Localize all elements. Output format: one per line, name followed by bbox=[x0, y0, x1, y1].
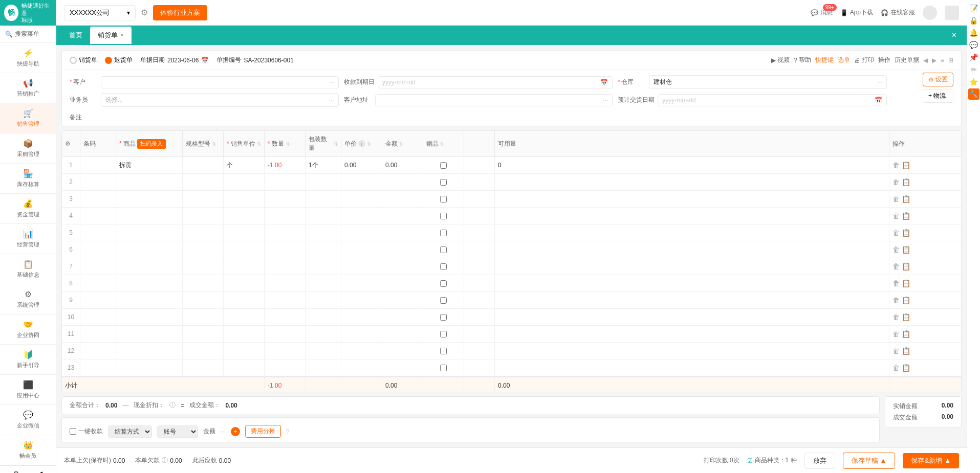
sidebar-item-operations[interactable]: 📊 经营管理 bbox=[0, 224, 56, 254]
row-amount[interactable] bbox=[382, 174, 423, 190]
row-unit-price[interactable] bbox=[341, 208, 382, 224]
sidebar-item-guide[interactable]: 🔰 新手引导 bbox=[0, 345, 56, 375]
row-pack-qty[interactable] bbox=[306, 326, 341, 342]
help-btn[interactable]: ? 帮助 bbox=[794, 56, 811, 64]
delivery-date-input[interactable]: yyyy-mm-dd 📅 bbox=[658, 94, 887, 106]
row-unit[interactable] bbox=[224, 241, 265, 258]
one-click-payment[interactable]: 一键收款 bbox=[70, 427, 103, 436]
rp-chat-icon[interactable]: 💬 bbox=[968, 39, 979, 51]
warehouse-input[interactable]: 建材仓 ··· bbox=[649, 75, 887, 89]
row-product[interactable] bbox=[116, 326, 183, 342]
copy-icon[interactable]: 📋 bbox=[902, 262, 910, 271]
delete-icon[interactable]: 🗑 bbox=[892, 364, 900, 372]
row-qty[interactable] bbox=[265, 326, 306, 342]
tab-home[interactable]: 首页 bbox=[61, 27, 90, 44]
row-barcode[interactable] bbox=[80, 191, 116, 207]
radio-return[interactable]: 退货单 bbox=[105, 56, 133, 64]
row-spec[interactable] bbox=[183, 174, 224, 190]
delete-icon[interactable]: 🗑 bbox=[892, 296, 900, 304]
row-gift[interactable] bbox=[423, 343, 464, 359]
row-unit[interactable] bbox=[224, 292, 265, 308]
copy-icon[interactable]: 📋 bbox=[902, 212, 910, 220]
delete-icon[interactable]: 🗑 bbox=[892, 347, 900, 355]
row-pack-qty[interactable] bbox=[306, 309, 341, 325]
row-gift[interactable] bbox=[423, 275, 464, 291]
row-qty[interactable]: -1.00 bbox=[265, 157, 306, 173]
row-pack-qty[interactable] bbox=[306, 275, 341, 291]
one-click-checkbox[interactable] bbox=[70, 428, 76, 435]
row-unit[interactable] bbox=[224, 208, 265, 224]
sidebar-item-purchase[interactable]: 📦 采购管理 bbox=[0, 133, 56, 164]
row-remark[interactable] bbox=[464, 309, 495, 325]
row-remark[interactable] bbox=[464, 224, 495, 241]
row-gift[interactable] bbox=[423, 241, 464, 258]
sidebar-item-system[interactable]: ⚙ 系统管理 bbox=[0, 284, 56, 314]
row-pack-qty[interactable] bbox=[306, 191, 341, 207]
row-amount[interactable] bbox=[382, 275, 423, 291]
row-unit-price[interactable] bbox=[341, 258, 382, 275]
row-unit[interactable] bbox=[224, 174, 265, 190]
row-product[interactable] bbox=[116, 292, 183, 308]
row-product[interactable] bbox=[116, 208, 183, 224]
sidebar-item-sales[interactable]: 🛒 销售管理 bbox=[0, 103, 56, 133]
app-download-button[interactable]: 📱 App下载 bbox=[840, 8, 873, 17]
row-pack-qty[interactable] bbox=[306, 208, 341, 224]
row-amount[interactable] bbox=[382, 326, 423, 342]
scan-button[interactable]: 扫码录入 bbox=[137, 139, 166, 149]
row-spec[interactable] bbox=[183, 157, 224, 173]
row-barcode[interactable] bbox=[80, 326, 116, 342]
row-amount[interactable]: 0.00 bbox=[382, 157, 423, 173]
row-amount[interactable] bbox=[382, 258, 423, 275]
row-unit[interactable] bbox=[224, 343, 265, 359]
rp-tool-icon[interactable]: 🔧 bbox=[968, 88, 979, 100]
company-selector[interactable]: XXXXXX公司 ▾ bbox=[64, 5, 136, 20]
row-gift[interactable] bbox=[423, 258, 464, 275]
row-spec[interactable] bbox=[183, 292, 224, 308]
rp-edit-icon[interactable]: ✏ bbox=[968, 64, 979, 75]
row-barcode[interactable] bbox=[80, 157, 116, 173]
owe-info-icon[interactable]: ⓘ bbox=[162, 456, 168, 465]
row-pack-qty[interactable] bbox=[306, 292, 341, 308]
row-gift[interactable] bbox=[423, 309, 464, 325]
row-barcode[interactable] bbox=[80, 343, 116, 359]
row-unit[interactable] bbox=[224, 326, 265, 342]
row-unit-price[interactable] bbox=[341, 309, 382, 325]
row-qty[interactable] bbox=[265, 292, 306, 308]
delete-icon[interactable]: 🗑 bbox=[892, 313, 900, 321]
nav-prev-icon[interactable]: ◀ bbox=[923, 57, 928, 64]
row-product[interactable] bbox=[116, 275, 183, 291]
message-button[interactable]: 💬 消息 99+ bbox=[811, 8, 833, 17]
row-amount[interactable] bbox=[382, 343, 423, 359]
row-spec[interactable] bbox=[183, 343, 224, 359]
history-btn[interactable]: 历史单据 bbox=[895, 56, 919, 64]
sidebar-settings-icon[interactable]: ⚙ bbox=[13, 470, 19, 473]
row-barcode[interactable] bbox=[80, 309, 116, 325]
row-qty[interactable] bbox=[265, 359, 306, 376]
online-support-button[interactable]: 🎧 在线客服 bbox=[881, 8, 915, 17]
row-qty[interactable] bbox=[265, 208, 306, 224]
copy-icon[interactable]: 📋 bbox=[902, 195, 910, 203]
select-btn[interactable]: 选单 bbox=[838, 56, 850, 64]
row-product[interactable] bbox=[116, 224, 183, 241]
tab-close-icon[interactable]: × bbox=[120, 32, 124, 39]
row-product[interactable] bbox=[116, 359, 183, 376]
customer-addr-input[interactable]: ··· bbox=[375, 94, 613, 106]
copy-icon[interactable]: 📋 bbox=[902, 296, 910, 304]
delete-icon[interactable]: 🗑 bbox=[892, 178, 900, 186]
save-new-button[interactable]: 保存&新增 ▲ bbox=[903, 453, 959, 468]
row-qty[interactable] bbox=[265, 258, 306, 275]
row-qty[interactable] bbox=[265, 343, 306, 359]
row-gift[interactable] bbox=[423, 224, 464, 241]
row-pack-qty[interactable] bbox=[306, 241, 341, 258]
row-product[interactable] bbox=[116, 191, 183, 207]
salesperson-input[interactable]: 选择... ··· bbox=[101, 93, 339, 107]
row-unit[interactable] bbox=[224, 191, 265, 207]
delete-icon[interactable]: 🗑 bbox=[892, 195, 900, 203]
row-spec[interactable] bbox=[183, 326, 224, 342]
row-gift[interactable] bbox=[423, 359, 464, 376]
row-remark[interactable] bbox=[464, 241, 495, 258]
row-gift[interactable] bbox=[423, 157, 464, 173]
expense-help-icon[interactable]: ? bbox=[286, 428, 290, 435]
row-barcode[interactable] bbox=[80, 208, 116, 224]
row-barcode[interactable] bbox=[80, 241, 116, 258]
